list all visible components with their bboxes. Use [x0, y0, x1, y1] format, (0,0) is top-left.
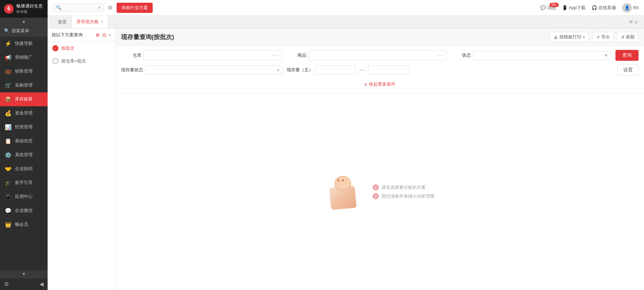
scroll-down-btn[interactable]: ▼	[0, 270, 48, 278]
nav-icon-appstore: 📱	[5, 194, 12, 200]
print-button[interactable]: 🖨 按模板打印 ▾	[550, 32, 589, 42]
header-actions: 🖨 按模板打印 ▾ ↗ 导出 ↺ 刷新	[550, 32, 639, 42]
nav-icon-purchase: 🛒	[5, 82, 12, 89]
warehouse-input[interactable]: ···	[143, 50, 282, 60]
sidebar-item-basic[interactable]: 📋基础信息	[0, 134, 48, 148]
service-icon: 🎧	[592, 5, 597, 10]
customer-service-label: 在线客服	[598, 5, 616, 11]
avatar: 👤	[622, 3, 632, 13]
empty-state: 1 请先选择要分析的方案 2 用过滤条件来缩小分析范围	[116, 94, 644, 290]
inventory-status-select[interactable]: ▾	[145, 66, 283, 75]
topbar-gear-icon[interactable]: ⚙	[108, 4, 113, 11]
sidebar: 6 畅康通好生意 标准版 ▲ 🔍 搜索菜单 ⚡快捷导航📢营销推广💼销售管理🛒采购…	[0, 0, 48, 290]
tab-home[interactable]: 首页	[53, 16, 72, 28]
empty-content: 1 请先选择要分析的方案 2 用过滤条件来缩小分析范围	[325, 173, 435, 211]
try-industry-button[interactable]: 体验行业方案	[117, 3, 153, 13]
warehouse-label: 仓库	[121, 52, 141, 58]
filter-panel-header: 按以下方案查询 ⊕ ◎ «	[48, 29, 115, 42]
nav-label-inventory: 库存核算	[15, 96, 33, 102]
filter-row-2: 现存量状态 ▾ 现存量（主） — 设置	[121, 64, 639, 76]
scheme-item-batch[interactable]: ✓ 按批次	[48, 42, 115, 55]
warehouse-filter: 仓库 ···	[121, 50, 282, 60]
scheme-item-warehouse-batch[interactable]: ○ 按仓库+批次	[48, 55, 115, 68]
sidebar-item-finance[interactable]: 💰资金管理	[0, 106, 48, 120]
query-header: 现存量查询(按批次) 🖨 按模板打印 ▾ ↗ 导出 ↺ 刷新	[116, 29, 644, 46]
sidebar-item-wechat[interactable]: 💬企业微信	[0, 204, 48, 218]
inv-status-chevron-icon: ▾	[277, 68, 279, 73]
panel-close-button[interactable]: ✕	[629, 19, 633, 25]
settings-button[interactable]: 设置	[617, 64, 639, 76]
status-select[interactable]: ▼	[473, 51, 611, 60]
topbar-search-icon: 🔍	[56, 5, 62, 10]
nav-icon-newbie: 🎓	[5, 180, 12, 186]
sidebar-item-shortcut[interactable]: ⚡快捷导航	[0, 37, 48, 51]
user-avatar[interactable]: 👤 Rit	[622, 3, 639, 13]
empty-hint-2: 2 用过滤条件来缩小分析范围	[373, 193, 435, 199]
topbar-search-wrap[interactable]: 🔍 ▾	[53, 3, 104, 12]
tab-close-icon[interactable]: ×	[101, 19, 103, 24]
topbar: 🔍 ▾ ⚙ 体验行业方案 💬 消息 99+ 📱 App下载 🎧 在线客服	[48, 0, 644, 16]
nav-icon-enterprise: 🤝	[5, 166, 12, 172]
scheme-inactive-dot: ○	[52, 58, 58, 64]
inventory-status-filter: 现存量状态 ▾	[121, 66, 283, 75]
sidebar-item-marketing[interactable]: 📢营销推广	[0, 51, 48, 65]
sidebar-item-enterprise[interactable]: 🤝企业协同	[0, 162, 48, 176]
settings-scheme-icon[interactable]: ◎	[102, 32, 106, 38]
scroll-up-btn[interactable]: ▲	[0, 18, 48, 25]
tab-inventory-batch[interactable]: 库存批次账 ×	[72, 16, 108, 28]
refresh-button[interactable]: ↺ 刷新	[617, 32, 639, 42]
topbar-search-input[interactable]	[63, 5, 97, 10]
export-label: 导出	[601, 34, 610, 40]
status-filter: 状态 ▼	[451, 51, 611, 60]
nav-icon-system: ⚙️	[5, 152, 12, 158]
nav-label-system: 系统管理	[15, 152, 33, 158]
sidebar-item-appstore[interactable]: 📱应用中心	[0, 190, 48, 204]
sidebar-item-purchase[interactable]: 🛒采购管理	[0, 78, 48, 92]
tab-active-label: 库存批次账	[77, 19, 99, 25]
nav-label-wechat: 企业微信	[15, 207, 33, 214]
scheme-warehouse-batch-label: 按仓库+批次	[61, 58, 86, 64]
collapse-panel-icon[interactable]: «	[108, 32, 111, 38]
inventory-qty-from[interactable]	[315, 66, 356, 75]
sidebar-search[interactable]: 🔍 搜索菜单	[0, 25, 48, 37]
settings-icon[interactable]: ⚙	[4, 281, 9, 287]
page-content: 按以下方案查询 ⊕ ◎ « ✓ 按批次 ○ 按仓库+批次 现存量查询(按批次)	[48, 29, 644, 290]
collapse-sidebar-icon[interactable]: ◀	[39, 281, 44, 287]
nav-icon-operations: 📊	[5, 124, 12, 130]
customer-service-item[interactable]: 🎧 在线客服	[592, 5, 616, 11]
inventory-qty-to[interactable]	[368, 66, 409, 75]
print-label: 按模板打印	[559, 34, 581, 40]
app-subtitle: 标准版	[16, 9, 43, 14]
main-content: 🔍 ▾ ⚙ 体验行业方案 💬 消息 99+ 📱 App下载 🎧 在线客服	[48, 0, 644, 290]
scheme-batch-label: 按批次	[61, 45, 74, 51]
product-input[interactable]: ···	[308, 50, 447, 60]
sidebar-item-system[interactable]: ⚙️系统管理	[0, 148, 48, 162]
empty-illustration	[325, 173, 362, 211]
sidebar-item-sales[interactable]: 💼销售管理	[0, 65, 48, 78]
scheme-active-dot: ✓	[52, 45, 58, 51]
empty-eye-left	[337, 179, 339, 181]
query-button[interactable]: 查询	[615, 50, 639, 61]
nav-icon-inventory: 📦	[5, 96, 12, 103]
warehouse-more-icon: ···	[272, 52, 278, 58]
nav-icon-wechat: 💬	[5, 207, 12, 214]
sidebar-item-inventory[interactable]: 📦库存核算	[0, 92, 48, 106]
app-logo: 6	[4, 4, 14, 14]
export-button[interactable]: ↗ 导出	[592, 32, 614, 42]
inventory-qty-label: 现存量（主）	[287, 67, 313, 73]
nav-label-appstore: 应用中心	[15, 194, 33, 200]
sidebar-item-operations[interactable]: 📊经营管理	[0, 120, 48, 134]
empty-hints: 1 请先选择要分析的方案 2 用过滤条件来缩小分析范围	[373, 184, 435, 199]
sidebar-search-label: 搜索菜单	[12, 28, 29, 34]
sidebar-item-member[interactable]: 👑畅会员	[0, 218, 48, 232]
tab-home-label: 首页	[58, 19, 67, 25]
tabbar: 首页 库存批次账 × ✕ ⊳	[48, 16, 644, 29]
sidebar-item-newbie[interactable]: 🎓新手引导	[0, 176, 48, 190]
message-icon: 💬	[540, 5, 546, 10]
add-scheme-icon[interactable]: ⊕	[96, 32, 100, 38]
nav-icon-sales: 💼	[5, 68, 12, 75]
app-download-item[interactable]: 📱 App下载	[562, 5, 586, 11]
panel-expand-icon[interactable]: ⊳	[634, 19, 639, 25]
message-item[interactable]: 💬 消息 99+	[540, 5, 556, 11]
collapse-more-btn[interactable]: ∧ 收起更多条件	[121, 79, 639, 89]
